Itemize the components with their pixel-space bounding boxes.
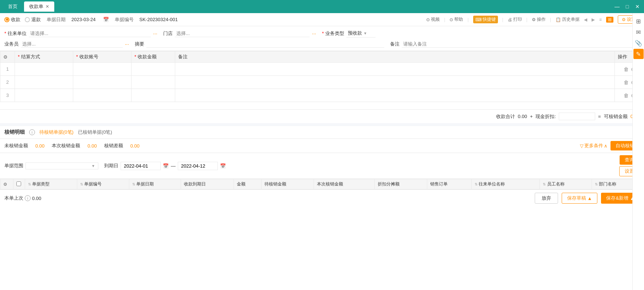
tab-receipt-close[interactable]: ✕ [46,4,49,9]
sidebar-edit-icon[interactable]: ✎ [633,49,644,59]
remark-field: 备注 [390,40,640,48]
row-1-amount[interactable] [131,63,175,76]
tab-receipt[interactable]: 收款单 ✕ [24,1,54,12]
layout-grid[interactable]: ⊞ [606,17,613,23]
counterpart-input[interactable] [29,30,151,37]
select-all-checkbox[interactable] [16,181,21,186]
remark-input[interactable] [402,40,640,48]
receipt-radio[interactable]: 收款 [4,16,20,23]
date-calendar-icon[interactable]: 📅 [103,17,109,22]
prev-info-icon[interactable]: i [25,195,31,201]
help-btn[interactable]: ⊙ 帮助 [449,16,463,23]
row-3-account[interactable] [73,89,131,102]
row-2-num: 2 [0,76,15,89]
row-3-amount[interactable] [131,89,175,102]
info-icon[interactable]: i [29,129,35,135]
row-3-remark[interactable] [175,89,615,102]
discount-input[interactable] [559,113,595,120]
btcol-type: ⇅ 单据类型 [25,179,77,189]
row-2-remark[interactable] [175,76,615,89]
verify-section: 核销明细 i 待核销单据(0笔) 已核销单据(0笔) 未核销金额 0.00 本次… [0,126,644,179]
date-value: 2023-03-24 [71,17,96,22]
row-1-remark[interactable] [175,63,615,76]
sidebar-table-icon[interactable]: ⊞ [633,16,644,26]
verify-title: 核销明细 [4,129,25,136]
row-2-delete-icon[interactable]: 🗑 [624,79,629,85]
print-btn[interactable]: 🖨 打印 [508,16,522,23]
sidebar-email-icon[interactable]: ✉ [633,27,644,37]
nav-next[interactable]: ▶ [592,17,595,22]
sidebar-attachment-icon[interactable]: 📎 [633,38,644,48]
btcol-checkbox [13,179,25,189]
date-to-input[interactable] [178,162,218,170]
table-area: ⚙ 结算方式 收款账号 收款金额 备注 操作 1 [0,51,644,109]
row-1-settlement[interactable] [15,63,73,76]
bottom-table-gear-icon[interactable]: ⚙ [3,182,7,187]
maximize-btn[interactable]: □ [624,3,631,10]
col-account: 收款账号 [73,51,131,63]
salesperson-more-btn[interactable]: ··· [125,41,129,47]
row-2-settlement[interactable] [15,76,73,89]
row-3-settlement[interactable] [15,89,73,102]
refund-radio-label: 退款 [31,16,41,23]
verify-stats: 未核销金额 0.00 本次核销金额 0.00 核销差额 0.00 ▽ 更多条件 … [0,139,644,153]
salesperson-input[interactable] [21,40,123,48]
abstract-input[interactable] [146,40,384,48]
section-divider [0,123,644,126]
done-tab-link[interactable]: 已核销单据(0笔) [78,129,112,136]
total-label: 收款合计 [496,113,515,120]
row-1-account[interactable] [73,63,131,76]
diff-label: 核销差额 [104,142,123,149]
store-input[interactable] [175,30,310,37]
store-field: 门店 ··· [163,30,316,37]
col-settings: ⚙ [0,51,15,63]
btcol-amount: 金额 [233,179,262,189]
minimize-btn[interactable]: — [613,3,621,10]
store-more-btn[interactable]: ··· [312,31,316,36]
business-type-value: 预收款 [348,30,362,36]
prev-value: 0.00 [32,196,41,201]
row-2-account[interactable] [73,76,131,89]
table-gear-icon[interactable]: ⚙ [3,54,8,60]
save-new-label: 保存&新增 [606,195,628,201]
total-value: 0.00 [518,114,527,119]
row-3-delete-icon[interactable]: 🗑 [624,93,629,98]
btcol-discount: 折扣分摊额 [374,179,427,189]
row-2-amount[interactable] [131,76,175,89]
calendar-from-icon[interactable]: 📅 [163,163,169,169]
calendar-to-icon[interactable]: 📅 [220,163,226,169]
discard-btn[interactable]: 放弃 [535,193,558,204]
video-btn[interactable]: ⊙ 视频 [426,16,440,23]
toolbar-right: ⊙ 视频 | ⊙ 帮助 | ⌨ 快捷键 | 🖨 打印 | ⚙ 操作 | 📋 历史… [426,15,640,24]
save-draft-btn[interactable]: 保存草稿 ▲ [562,193,598,204]
form-row-1: 往来单位 ··· 门店 ··· 业务类型 预收款 ▼ [4,29,640,38]
row-1-delete-icon[interactable]: 🗑 [624,66,629,72]
shortcut-btn[interactable]: ⌨ 快捷键 [473,16,498,23]
btcol-date: ⇅ 单据日期 [129,179,181,189]
verify-filter: 单据范围 ▼ 到期日 📅 — 📅 查询 设置 [0,153,644,179]
abstract-field: 摘要 [135,40,384,48]
date-from-input[interactable] [121,162,161,170]
refund-radio-circle [25,17,30,22]
operations-btn[interactable]: ⚙ 操作 [532,16,546,23]
nav-prev[interactable]: ◀ [584,17,587,22]
tab-home[interactable]: 首页 [3,1,23,12]
refund-radio[interactable]: 退款 [25,16,41,23]
diff-value: 0.00 [130,143,140,149]
more-conditions-btn[interactable]: ▽ 更多条件 ∧ [580,142,608,149]
pending-tab-link[interactable]: 待核销单据(0笔) [39,129,74,136]
history-btn[interactable]: 📋 历史单据 [555,16,580,23]
counterpart-more-btn[interactable]: ··· [153,31,157,36]
layout-list[interactable]: ≡ [599,17,602,22]
range-select[interactable]: ▼ [25,162,98,169]
table-row: 1 🗑 ⊕ [0,63,644,76]
close-btn[interactable]: ✕ [634,3,641,10]
salesperson-field: 业务员 ··· [4,40,129,48]
summary-row: 收款合计 0.00 + 现金折扣: = 可核销金额 0.00 [0,109,644,123]
unchecked-label: 未核销金额 [4,142,28,149]
store-label: 门店 [163,30,173,37]
business-type-select[interactable]: 预收款 ▼ [346,29,376,38]
business-type-field: 业务类型 预收款 ▼ [322,29,640,38]
bottom-table-area: ⚙ ⇅ 单据类型 ⇅ 单据编号 ⇅ 单据日期 [0,179,644,189]
window-controls: — □ ✕ [613,3,641,10]
